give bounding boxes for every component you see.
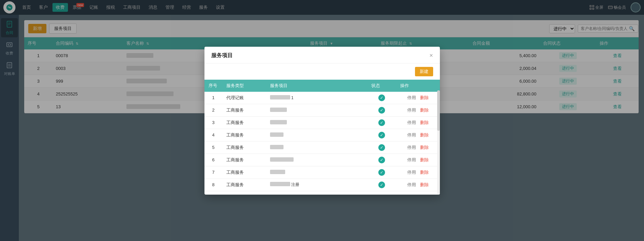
service-type: 工商服务 — [222, 166, 266, 178]
service-action: 停用 删除 — [396, 166, 440, 178]
stop-btn[interactable]: 停用 — [407, 120, 416, 125]
delete-btn[interactable]: 删除 — [420, 108, 429, 113]
service-item — [266, 166, 368, 178]
service-action: 停用 删除 — [396, 92, 440, 104]
service-item — [266, 104, 368, 116]
service-status: ✓ — [367, 129, 396, 141]
service-header-seq: 序号 — [204, 80, 223, 92]
service-item — [266, 154, 368, 166]
service-type: 工商服务 — [222, 154, 266, 166]
main-content: 新增 服务项目 进行中 已完成 已终止 🔍 — [19, 15, 644, 241]
service-action: 停用 删除 — [396, 154, 440, 166]
list-item: 4 工商服务 ✓ 停用 删除 — [204, 129, 440, 141]
modal-toolbar: 新建 — [204, 64, 440, 80]
stop-btn[interactable]: 停用 — [407, 145, 416, 150]
status-check-icon: ✓ — [378, 132, 385, 138]
service-type: 工商服务 — [222, 178, 266, 191]
modal-body: 序号 服务类型 服务项目 状态 操作 1 代理记账 1 ✓ 停用 删除 — [204, 80, 440, 195]
stop-btn[interactable]: 停用 — [407, 95, 416, 100]
service-action: 停用 删除 — [396, 141, 440, 154]
service-status: ✓ — [367, 104, 396, 116]
service-header-status: 状态 — [367, 80, 396, 92]
status-check-icon: ✓ — [378, 182, 385, 188]
list-item: 5 工商服务 ✓ 停用 删除 — [204, 141, 440, 154]
service-action: 停用 删除 — [396, 178, 440, 191]
modal-scrollbar-track — [437, 90, 440, 195]
stop-btn[interactable]: 停用 — [407, 170, 416, 175]
modal-scrollbar-thumb[interactable] — [437, 90, 440, 131]
service-status: ✓ — [367, 92, 396, 104]
list-item: 6 工商服务 ✓ 停用 删除 — [204, 154, 440, 166]
service-type: 工商服务 — [222, 129, 266, 141]
list-item: 2 工商服务 ✓ 停用 删除 — [204, 104, 440, 116]
service-header-type: 服务类型 — [222, 80, 266, 92]
modal-new-btn[interactable]: 新建 — [415, 67, 433, 76]
delete-btn[interactable]: 删除 — [420, 132, 429, 137]
service-item: 注册 — [266, 178, 368, 191]
list-item: 3 工商服务 ✓ 停用 删除 — [204, 116, 440, 129]
delete-btn[interactable]: 删除 — [420, 157, 429, 162]
service-action: 停用 删除 — [396, 104, 440, 116]
modal-title: 服务项目 — [211, 52, 233, 59]
service-type: 工商服务 — [222, 104, 266, 116]
service-item — [266, 129, 368, 141]
stop-btn[interactable]: 停用 — [407, 108, 416, 113]
service-table: 序号 服务类型 服务项目 状态 操作 1 代理记账 1 ✓ 停用 删除 — [204, 80, 440, 191]
service-type: 工商服务 — [222, 141, 266, 154]
service-header-item: 服务项目 — [266, 80, 368, 92]
service-action: 停用 删除 — [396, 116, 440, 129]
service-seq: 5 — [204, 141, 223, 154]
stop-btn[interactable]: 停用 — [407, 157, 416, 162]
service-seq: 6 — [204, 154, 223, 166]
service-type: 工商服务 — [222, 116, 266, 129]
service-modal: 服务项目 × 新建 序号 服务类型 服务项目 状态 — [204, 47, 440, 195]
status-check-icon: ✓ — [378, 94, 385, 101]
service-item: 1 — [266, 92, 368, 104]
delete-btn[interactable]: 删除 — [420, 170, 429, 175]
list-item: 7 工商服务 ✓ 停用 删除 — [204, 166, 440, 178]
status-check-icon: ✓ — [378, 169, 385, 176]
service-seq: 4 — [204, 129, 223, 141]
app-body: 合同 收费 对账单 — [0, 15, 644, 241]
modal-header: 服务项目 × — [204, 47, 440, 64]
service-seq: 3 — [204, 116, 223, 129]
list-item: 1 代理记账 1 ✓ 停用 删除 — [204, 92, 440, 104]
list-item: 8 工商服务 注册 ✓ 停用 删除 — [204, 178, 440, 191]
service-seq: 2 — [204, 104, 223, 116]
service-seq: 1 — [204, 92, 223, 104]
service-seq: 8 — [204, 178, 223, 191]
service-type: 代理记账 — [222, 92, 266, 104]
service-status: ✓ — [367, 116, 396, 129]
service-seq: 7 — [204, 166, 223, 178]
modal-close-btn[interactable]: × — [429, 52, 433, 58]
delete-btn[interactable]: 删除 — [420, 95, 429, 100]
service-action: 停用 删除 — [396, 129, 440, 141]
status-check-icon: ✓ — [378, 107, 385, 114]
service-status: ✓ — [367, 166, 396, 178]
delete-btn[interactable]: 删除 — [420, 120, 429, 125]
stop-btn[interactable]: 停用 — [407, 182, 416, 187]
service-item — [266, 116, 368, 129]
service-header-action: 操作 — [396, 80, 440, 92]
delete-btn[interactable]: 删除 — [420, 182, 429, 187]
service-header-row: 序号 服务类型 服务项目 状态 操作 — [204, 80, 440, 92]
status-check-icon: ✓ — [378, 157, 385, 163]
service-status: ✓ — [367, 178, 396, 191]
delete-btn[interactable]: 删除 — [420, 145, 429, 150]
modal-overlay[interactable]: 服务项目 × 新建 序号 服务类型 服务项目 状态 — [19, 15, 644, 241]
status-check-icon: ✓ — [378, 144, 385, 151]
status-check-icon: ✓ — [378, 119, 385, 126]
service-status: ✓ — [367, 154, 396, 166]
service-status: ✓ — [367, 141, 396, 154]
service-item — [266, 141, 368, 154]
stop-btn[interactable]: 停用 — [407, 132, 416, 137]
